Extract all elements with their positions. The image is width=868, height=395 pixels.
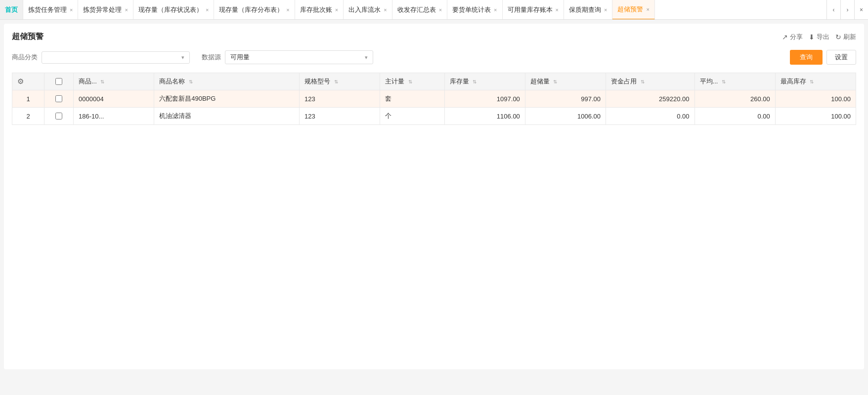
sort-icon-maxstock: ⇅ [810,79,814,84]
nav-prev-button[interactable]: ‹ [826,0,840,20]
page-content: 超储预警 ↗ 分享 ⬇ 导出 ↻ 刷新 商品分类 ▾ 数据源 [4,24,864,369]
share-icon: ↗ [782,33,788,41]
action-buttons: 查询 设置 [790,50,856,65]
refresh-button[interactable]: ↻ 刷新 [835,33,856,41]
datasource-dropdown-icon: ▾ [365,54,368,61]
category-select[interactable]: ▾ [42,51,190,64]
close-tab-3[interactable]: × [206,7,209,13]
datasource-select-value: 可用量 [230,53,250,62]
data-table: ⚙ 商品... ⇅ 商品名称 ⇅ 规格型号 ⇅ [12,73,856,125]
nav-item-11[interactable]: 超储预警 × [612,0,654,20]
col-header-stock[interactable]: 库存量 ⇅ [444,73,525,90]
col-header-over[interactable]: 超储量 ⇅ [525,73,606,90]
close-tab-11[interactable]: × [646,6,649,12]
cell-num-0: 1 [12,90,44,108]
sort-icon-unit: ⇅ [408,79,412,84]
cell-unit-0: 套 [380,90,445,108]
cell-name-0: 六配套新昌490BPG [154,90,300,108]
sort-icon-over: ⇅ [553,79,557,84]
nav-item-1[interactable]: 拣货任务管理 × [23,0,78,20]
row-checkbox-1[interactable] [55,113,62,119]
cell-code-0: 0000004 [74,90,154,108]
nav-arrows: ‹ › × [826,0,868,20]
nav-item-3[interactable]: 现存量（库存状况表） × [133,0,214,20]
close-tab-9[interactable]: × [556,7,559,13]
settings-button[interactable]: 设置 [826,50,856,65]
close-tab-1[interactable]: × [70,7,73,13]
nav-close-button[interactable]: × [854,0,868,20]
page-header: 超储预警 ↗ 分享 ⬇ 导出 ↻ 刷新 [12,32,856,42]
cell-stock-0: 1097.00 [444,90,525,108]
col-header-settings[interactable]: ⚙ [12,73,44,90]
datasource-filter: 数据源 可用量 ▾ [202,50,373,64]
top-navigation: 首页 拣货任务管理 × 拣货异常处理 × 现存量（库存状况表） × 现存量（库存… [0,0,868,20]
close-tab-2[interactable]: × [125,7,128,13]
col-header-code[interactable]: 商品... ⇅ [74,73,154,90]
nav-item-10[interactable]: 保质期查询 × [564,0,612,20]
nav-item-8[interactable]: 要货单统计表 × [447,0,502,20]
close-tab-10[interactable]: × [604,7,607,13]
nav-item-5[interactable]: 库存批次账 × [295,0,344,20]
nav-next-button[interactable]: › [840,0,854,20]
nav-item-9[interactable]: 可用量库存账本 × [503,0,564,20]
sort-icon-avg: ⇅ [722,79,726,84]
cell-spec-1: 123 [299,108,380,125]
close-tab-4[interactable]: × [286,7,289,13]
refresh-icon: ↻ [835,33,841,41]
close-tab-8[interactable]: × [494,7,497,13]
category-filter: 商品分类 ▾ [12,51,190,64]
close-tab-7[interactable]: × [439,7,442,13]
page-title: 超储预警 [12,32,43,42]
cell-stock-1: 1106.00 [444,108,525,125]
nav-item-7[interactable]: 收发存汇总表 × [392,0,447,20]
cell-unit-1: 个 [380,108,445,125]
cell-code-1: 186-10... [74,108,154,125]
category-select-value [47,54,49,61]
nav-item-6[interactable]: 出入库流水 × [344,0,392,20]
nav-item-2[interactable]: 拣货异常处理 × [78,0,133,20]
sort-icon-spec: ⇅ [334,79,338,84]
datasource-select[interactable]: 可用量 ▾ [225,50,373,64]
close-tab-5[interactable]: × [335,7,338,13]
category-label: 商品分类 [12,53,38,62]
close-tab-6[interactable]: × [384,7,387,13]
nav-item-4[interactable]: 现存量（库存分布表） × [214,0,295,20]
cell-name-1: 机油滤清器 [154,108,300,125]
sort-icon-code: ⇅ [100,79,104,84]
table-settings-icon[interactable]: ⚙ [17,77,24,85]
cell-avg-1: 0.00 [694,108,775,125]
share-button[interactable]: ↗ 分享 [782,33,803,41]
col-header-maxstock[interactable]: 最高库存 ⇅ [775,73,856,90]
cell-check-0[interactable] [44,90,74,108]
header-actions: ↗ 分享 ⬇ 导出 ↻ 刷新 [782,33,856,41]
query-button[interactable]: 查询 [790,50,823,65]
cell-over-0: 997.00 [525,90,606,108]
cell-num-1: 2 [12,108,44,125]
col-header-check[interactable] [44,73,74,90]
table-row: 2 186-10... 机油滤清器 123 个 1106.00 1006.00 … [12,108,856,125]
row-checkbox-0[interactable] [55,95,62,102]
col-header-capital[interactable]: 资金占用 ⇅ [606,73,695,90]
cell-over-1: 1006.00 [525,108,606,125]
export-icon: ⬇ [809,33,815,41]
col-header-avg[interactable]: 平均... ⇅ [694,73,775,90]
cell-spec-0: 123 [299,90,380,108]
table-row: 1 0000004 六配套新昌490BPG 123 套 1097.00 997.… [12,90,856,108]
col-header-unit[interactable]: 主计量 ⇅ [380,73,445,90]
cell-maxstock-0: 100.00 [775,90,856,108]
cell-maxstock-1: 100.00 [775,108,856,125]
sort-icon-capital: ⇅ [641,79,645,84]
sort-icon-name: ⇅ [189,79,193,84]
col-header-spec[interactable]: 规格型号 ⇅ [299,73,380,90]
col-header-name[interactable]: 商品名称 ⇅ [154,73,300,90]
datasource-label: 数据源 [202,53,221,62]
category-dropdown-icon: ▾ [181,54,184,61]
cell-check-1[interactable] [44,108,74,125]
filter-row: 商品分类 ▾ 数据源 可用量 ▾ 查询 设置 [12,50,856,65]
sort-icon-stock: ⇅ [473,79,477,84]
select-all-checkbox[interactable] [55,78,62,85]
table-header-row: ⚙ 商品... ⇅ 商品名称 ⇅ 规格型号 ⇅ [12,73,856,90]
cell-avg-0: 260.00 [694,90,775,108]
nav-home[interactable]: 首页 [0,0,23,20]
export-button[interactable]: ⬇ 导出 [809,33,829,41]
